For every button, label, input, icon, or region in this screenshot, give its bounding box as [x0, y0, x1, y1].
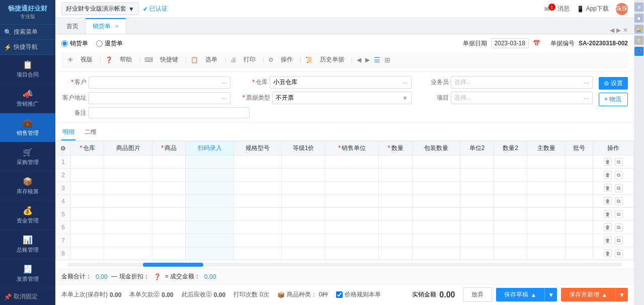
cell-spec[interactable] — [233, 208, 281, 221]
cell-pack-qty[interactable] — [412, 169, 460, 182]
cell-warehouse[interactable] — [71, 247, 104, 260]
cell-quantity[interactable] — [379, 195, 412, 208]
address-dots[interactable]: ··· — [221, 94, 227, 102]
cell-product-img[interactable] — [104, 182, 152, 195]
th-settings[interactable]: ⚙ — [56, 141, 71, 156]
row-copy-icon[interactable]: ⧉ — [615, 158, 623, 166]
cell-quick-input[interactable] — [186, 208, 233, 221]
sidebar-item-finance[interactable]: 💰 资金管理 — [0, 201, 55, 230]
cell-batch[interactable] — [565, 208, 593, 221]
horizontal-scrollbar[interactable] — [55, 261, 634, 269]
cell-warehouse[interactable] — [71, 221, 104, 234]
user-avatar-btn[interactable]: 珠珠 — [616, 3, 628, 15]
calendar-icon[interactable]: 📅 — [533, 40, 540, 47]
cell-product-img[interactable] — [104, 221, 152, 234]
shortcut-btn[interactable]: 快捷键 — [157, 54, 181, 65]
cell-unit2[interactable] — [460, 182, 494, 195]
cell-unit[interactable] — [325, 221, 379, 234]
cell-product-img[interactable] — [104, 195, 152, 208]
select-btn[interactable]: 选单 — [202, 54, 220, 65]
row-copy-icon[interactable]: ⧉ — [615, 171, 623, 179]
cell-quantity[interactable] — [379, 234, 412, 247]
cell-quantity[interactable] — [379, 182, 412, 195]
radio-sale-input[interactable] — [61, 40, 68, 47]
cell-unit[interactable] — [325, 247, 379, 260]
cell-pack-qty[interactable] — [412, 247, 460, 260]
help-btn[interactable]: 帮助 — [117, 54, 135, 65]
cell-quick-input[interactable] — [186, 169, 233, 182]
cell-qty2[interactable] — [494, 221, 527, 234]
cell-warehouse[interactable] — [71, 156, 104, 169]
cell-qty2[interactable] — [494, 195, 527, 208]
customer-input[interactable]: ··· — [89, 77, 230, 89]
row-copy-icon[interactable]: ⧉ — [615, 210, 623, 218]
toolbar-grid-icon[interactable]: ⊞ — [384, 56, 390, 64]
cell-quantity[interactable] — [379, 208, 412, 221]
cell-batch[interactable] — [565, 195, 593, 208]
sidebar-item-quicknav[interactable]: ⚡ 快捷导航 — [0, 40, 55, 55]
row-copy-icon[interactable]: ⧉ — [615, 197, 623, 205]
right-panel-icon-3[interactable]: 🔔 — [634, 25, 643, 34]
cell-quick-input[interactable] — [186, 182, 233, 195]
cell-warehouse[interactable] — [71, 208, 104, 221]
save-draft-arrow-button[interactable]: ▼ — [544, 288, 557, 301]
salesperson-dots[interactable]: ··· — [583, 79, 589, 87]
cell-qty2[interactable] — [494, 182, 527, 195]
row-copy-icon[interactable]: ⧉ — [615, 184, 623, 192]
cell-quick-input[interactable] — [186, 234, 233, 247]
cell-unit2[interactable] — [460, 247, 494, 260]
sidebar-item-purchase[interactable]: 🛒 采购管理 — [0, 142, 55, 172]
row-copy-icon[interactable]: ⧉ — [615, 250, 623, 258]
cell-product[interactable] — [152, 182, 185, 195]
cell-spec[interactable] — [233, 247, 281, 260]
customer-dots[interactable]: ··· — [221, 79, 227, 87]
cell-unit[interactable] — [325, 169, 379, 182]
sidebar-item-sales[interactable]: 💼 销售管理 — [0, 113, 55, 142]
tab-2d[interactable]: 二维 — [84, 126, 98, 140]
cell-product-img[interactable] — [104, 234, 152, 247]
cell-product-img[interactable] — [104, 156, 152, 169]
cell-qty2[interactable] — [494, 234, 527, 247]
row-delete-icon[interactable]: 🗑 — [604, 171, 612, 179]
toolbar-prev-icon[interactable]: ◀ — [357, 56, 361, 63]
cell-pack-qty[interactable] — [412, 182, 460, 195]
doc-date-value[interactable]: 2023-03-18 — [491, 38, 529, 48]
view-btn[interactable]: 视版 — [77, 54, 96, 65]
cell-quantity[interactable] — [379, 221, 412, 234]
cell-unit2[interactable] — [460, 234, 494, 247]
cell-product[interactable] — [152, 247, 185, 260]
cell-qty2[interactable] — [494, 156, 527, 169]
save-draft-button[interactable]: 保存草稿 ▲ — [496, 288, 544, 301]
row-delete-icon[interactable]: 🗑 — [604, 184, 612, 192]
salesperson-input[interactable]: 选择... ··· — [451, 76, 593, 89]
price-policy-checkbox[interactable] — [336, 291, 343, 298]
cell-product[interactable] — [152, 169, 185, 182]
cell-quick-input[interactable] — [186, 247, 233, 260]
cell-spec[interactable] — [233, 195, 281, 208]
cell-main-qty[interactable] — [527, 221, 565, 234]
sidebar-item-ledger[interactable]: 📊 总账管理 — [0, 230, 55, 259]
project-input[interactable]: 选择... ··· — [451, 92, 593, 104]
cell-product-img[interactable] — [104, 208, 152, 221]
cell-price1[interactable] — [282, 234, 326, 247]
cell-product[interactable] — [152, 156, 185, 169]
cell-product-img[interactable] — [104, 247, 152, 260]
cell-unit2[interactable] — [460, 156, 494, 169]
remark-input[interactable] — [89, 107, 250, 118]
cell-batch[interactable] — [565, 182, 593, 195]
sidebar-item-project[interactable]: 📋 项目合同 — [0, 55, 55, 84]
cell-product[interactable] — [152, 221, 185, 234]
save-new-arrow-button[interactable]: ▼ — [615, 288, 628, 301]
cell-quick-input[interactable] — [186, 156, 233, 169]
cell-main-qty[interactable] — [527, 182, 565, 195]
right-panel-icon-4[interactable]: ⭐ — [634, 36, 643, 45]
app-download-btn[interactable]: 📱 App下载 — [577, 5, 609, 13]
right-panel-icon-1[interactable]: ⊞ — [634, 3, 643, 12]
cell-pack-qty[interactable] — [412, 156, 460, 169]
company-selector[interactable]: 好业财专业版演示帐套 ▼ — [61, 3, 139, 15]
cell-warehouse[interactable] — [71, 182, 104, 195]
cell-product[interactable] — [152, 195, 185, 208]
cell-spec[interactable] — [233, 234, 281, 247]
warehouse-input[interactable]: 小丑仓库 ··· — [270, 76, 412, 89]
cell-spec[interactable] — [233, 221, 281, 234]
